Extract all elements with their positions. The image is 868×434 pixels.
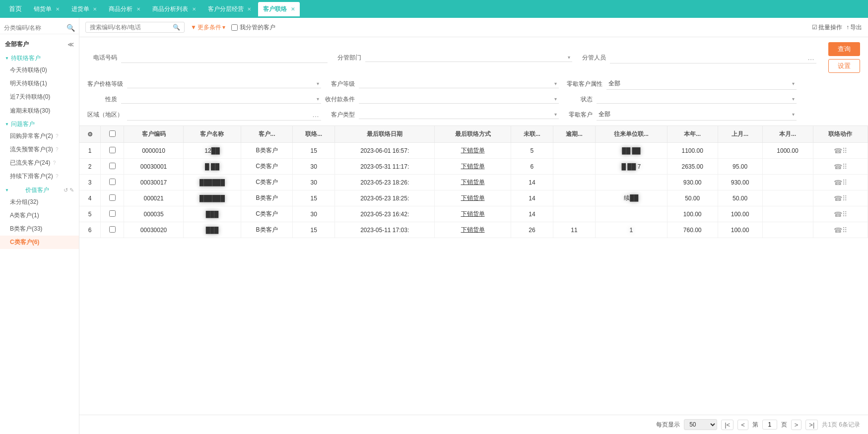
page-last-btn[interactable]: >| <box>805 420 818 430</box>
close-tab-customer-tier[interactable]: ✕ <box>247 6 251 12</box>
filter-select-status[interactable]: ▾ <box>597 95 797 104</box>
batch-op-btn[interactable]: ☑ 批量操作 <box>812 23 842 32</box>
sidebar-item-lost[interactable]: 已流失客户(24) ? <box>0 156 79 170</box>
main-search-icon[interactable]: 🔍 <box>173 24 180 31</box>
nav-tab-analysis-list[interactable]: 商品分析列表 ✕ <box>147 2 201 16</box>
phone-icon[interactable]: ☎ <box>834 226 842 234</box>
page-next-btn[interactable]: > <box>791 420 802 430</box>
filter-dept: 分管部门 ▾ <box>332 53 572 62</box>
sidebar-search-icon[interactable]: 🔍 <box>67 24 75 32</box>
query-button[interactable]: 查询 <box>828 42 860 56</box>
row-checkbox[interactable] <box>101 222 124 238</box>
sidebar-item-warning[interactable]: 流失预警客户(3) ? <box>0 143 79 156</box>
page-size-select[interactable]: 50 100 200 <box>684 419 717 430</box>
export-btn[interactable]: ↑ 导出 <box>846 23 862 32</box>
menu-icon[interactable]: ⠿ <box>842 210 847 218</box>
col-header-contact: 联络... <box>293 126 335 143</box>
menu-icon[interactable]: ⠿ <box>842 179 847 186</box>
row-this-year: 930.00 <box>667 175 718 190</box>
row-type: B类客户 <box>241 143 292 159</box>
row-actions[interactable]: ☎⠿ <box>813 159 868 175</box>
phone-icon[interactable]: ☎ <box>834 194 842 202</box>
settings-button[interactable]: 设置 <box>828 59 860 73</box>
sidebar-item-declining[interactable]: 持续下滑客户(2) ? <box>0 170 79 183</box>
row-actions[interactable]: ☎⠿ <box>813 143 868 159</box>
row-last-method[interactable]: 下销货单 <box>435 222 511 238</box>
table-row: 4000021██████B类客户152023-05-23 18:25:下销货单… <box>79 190 868 206</box>
filter-dots-manager[interactable]: … <box>807 54 814 62</box>
main-search-input[interactable] <box>90 24 173 31</box>
nav-home[interactable]: 首页 <box>4 1 27 16</box>
nav-tab-customer-contact[interactable]: 客户联络 ✕ <box>258 2 300 16</box>
phone-icon[interactable]: ☎ <box>834 210 842 218</box>
sidebar-item-abnormal[interactable]: 回购异常客户(2) ? <box>0 129 79 143</box>
filter-row-1: 电话号码 分管部门 ▾ 分管人员 … 查询 <box>87 42 860 73</box>
row-unlisted: 26 <box>511 222 553 238</box>
my-customers-checkbox[interactable] <box>231 24 238 31</box>
filter-dots-region[interactable]: … <box>312 111 319 119</box>
close-tab-purchase[interactable]: ✕ <box>93 6 97 12</box>
row-checkbox[interactable] <box>101 190 124 206</box>
row-actions[interactable]: ☎⠿ <box>813 222 868 238</box>
row-last-method[interactable]: 下销货单 <box>435 175 511 190</box>
close-tab-customer-contact[interactable]: ✕ <box>291 6 295 12</box>
sidebar-item-today[interactable]: 今天待联络(0) <box>0 63 79 77</box>
row-actions[interactable]: ☎⠿ <box>813 190 868 206</box>
nav-tab-customer-tier[interactable]: 客户分层经营 ✕ <box>203 2 257 16</box>
page-first-btn[interactable]: |< <box>721 420 734 430</box>
sidebar-item-b-class[interactable]: B类客户(33) <box>0 222 79 236</box>
gear-column-header[interactable]: ⚙ <box>79 126 101 143</box>
filter-select-retail-attr[interactable]: 全部 ▾ <box>606 78 797 90</box>
sidebar-section-problem[interactable]: 问题客户 <box>0 118 79 129</box>
sidebar-section-value[interactable]: 价值客户 ↺ ✎ <box>0 184 79 195</box>
sidebar-item-ungrouped[interactable]: 未分组(32) <box>0 195 79 209</box>
nav-tab-sales[interactable]: 销货单 ✕ <box>29 2 65 16</box>
sidebar-section-pending[interactable]: 待联络客户 <box>0 52 79 63</box>
filter-select-customer-level[interactable]: ▾ <box>359 79 559 88</box>
close-tab-sales[interactable]: ✕ <box>56 6 60 12</box>
close-tab-analysis-list[interactable]: ✕ <box>192 6 196 12</box>
more-conditions-btn[interactable]: ▼ 更多条件 ▾ <box>191 23 225 32</box>
chevron-down-icon: ▾ <box>222 24 225 31</box>
chevron-down-icon: ▾ <box>554 81 557 86</box>
menu-icon[interactable]: ⠿ <box>842 194 847 202</box>
close-tab-analysis[interactable]: ✕ <box>136 6 140 12</box>
row-checkbox[interactable] <box>101 206 124 222</box>
page-prev-btn[interactable]: < <box>737 420 748 430</box>
row-checkbox[interactable] <box>101 175 124 190</box>
sidebar-all-customers[interactable]: 全部客户 ≪ <box>0 37 79 52</box>
row-last-method[interactable]: 下销货单 <box>435 206 511 222</box>
row-actions[interactable]: ☎⠿ <box>813 206 868 222</box>
sidebar-item-tomorrow[interactable]: 明天待联络(1) <box>0 77 79 90</box>
phone-icon[interactable]: ☎ <box>834 147 842 155</box>
nav-tab-analysis[interactable]: 商品分析 ✕ <box>104 2 145 16</box>
nav-tab-purchase[interactable]: 进货单 ✕ <box>67 2 102 16</box>
filter-select-nature[interactable]: ▾ <box>121 95 321 104</box>
row-checkbox[interactable] <box>101 159 124 175</box>
filter-customer-level: 客户等级 ▾ <box>325 79 559 88</box>
row-actions[interactable]: ☎⠿ <box>813 175 868 190</box>
page-number-input[interactable] <box>762 420 777 430</box>
menu-icon[interactable]: ⠿ <box>842 226 847 234</box>
sidebar-search-input[interactable] <box>4 24 67 31</box>
row-last-method[interactable]: 下销货单 <box>435 143 511 159</box>
phone-icon[interactable]: ☎ <box>834 179 842 186</box>
row-checkbox[interactable] <box>101 143 124 159</box>
menu-icon[interactable]: ⠿ <box>842 163 847 171</box>
sidebar-item-c-class[interactable]: C类客户(6) <box>0 236 79 249</box>
sidebar-item-a-class[interactable]: A类客户(1) <box>0 209 79 222</box>
row-last-method[interactable]: 下销货单 <box>435 159 511 175</box>
filter-select-customer-type[interactable]: ▾ <box>359 110 559 119</box>
filter-select-price-level[interactable]: ▾ <box>127 79 321 88</box>
row-last-method[interactable]: 下销货单 <box>435 190 511 206</box>
phone-icon[interactable]: ☎ <box>834 163 842 171</box>
menu-icon[interactable]: ⠿ <box>842 147 847 155</box>
select-all-checkbox[interactable] <box>109 130 116 137</box>
filter-select-dept[interactable]: ▾ <box>365 53 572 62</box>
filter-input-phone[interactable] <box>121 53 328 63</box>
row-name: ██████ <box>184 175 241 190</box>
sidebar-item-7days[interactable]: 近7天待联络(0) <box>0 90 79 104</box>
filter-select-retail-customer[interactable]: 全部 ▾ <box>597 109 797 121</box>
filter-select-payment[interactable]: ▾ <box>359 95 559 104</box>
sidebar-item-overdue[interactable]: 逾期未联络(30) <box>0 104 79 118</box>
